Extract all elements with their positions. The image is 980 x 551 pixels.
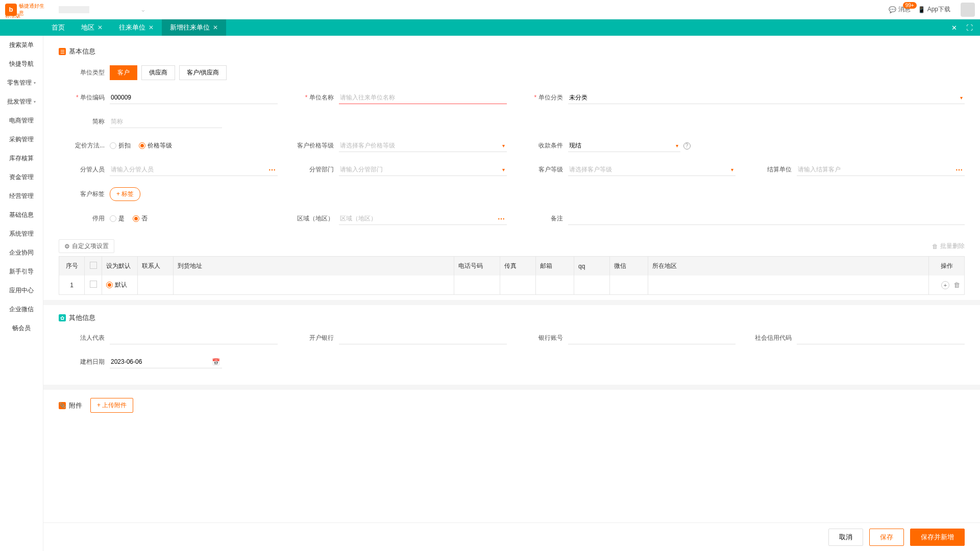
sidebar-item-15[interactable]: 畅会员 (0, 319, 43, 338)
short-name-input[interactable] (110, 115, 222, 128)
row-qq-cell[interactable] (574, 276, 610, 295)
row-email-cell[interactable] (536, 276, 574, 295)
customer-level-label: 客户等级 (517, 165, 568, 174)
messages-badge: 99+ (903, 2, 917, 9)
tab-0[interactable]: 首页 (43, 19, 73, 36)
row-fax-cell[interactable] (500, 276, 536, 295)
edition-label: 标准版 (5, 12, 20, 19)
checkbox-all[interactable] (90, 262, 97, 269)
row-checkbox[interactable] (90, 281, 97, 288)
social-credit-input[interactable] (797, 332, 965, 344)
unit-type-supplier[interactable]: 供应商 (141, 65, 175, 80)
create-date-label: 建档日期 (59, 358, 110, 366)
custom-settings-button[interactable]: ⚙ 自定义项设置 (59, 239, 114, 253)
col-region: 所在地区 (648, 257, 929, 276)
row-default-label: 默认 (115, 281, 127, 289)
payment-terms-select[interactable] (568, 139, 680, 152)
unit-type-both[interactable]: 客户/供应商 (179, 65, 227, 80)
table-row: 1 默认 (59, 276, 965, 295)
delete-row-icon[interactable]: 🗑 (953, 281, 960, 289)
avatar[interactable] (961, 3, 975, 17)
close-icon[interactable]: ✕ (97, 24, 103, 31)
row-contact-cell[interactable] (138, 276, 174, 295)
sidebar-item-10[interactable]: 系统管理 (0, 224, 43, 243)
upload-attachment-button[interactable]: + 上传附件 (90, 398, 133, 413)
row-region-cell[interactable] (648, 276, 929, 295)
disabled-yes-label: 是 (118, 214, 125, 223)
help-icon[interactable]: ? (683, 142, 691, 149)
sidebar-item-5[interactable]: 采购管理 (0, 130, 43, 149)
disabled-no-radio[interactable]: 否 (133, 214, 148, 223)
section-other-label: 其他信息 (69, 313, 95, 322)
settlement-unit-input[interactable] (797, 163, 965, 176)
disabled-yes-radio[interactable]: 是 (110, 214, 125, 223)
unit-category-select[interactable] (568, 91, 965, 104)
unit-code-input[interactable] (110, 91, 278, 104)
manager-input[interactable] (110, 163, 278, 176)
fullscreen-icon[interactable]: ⛶ (964, 22, 975, 34)
custom-settings-label: 自定义项设置 (72, 242, 109, 251)
tab-3[interactable]: 新增往来单位✕ (162, 19, 226, 36)
bank-input[interactable] (339, 332, 507, 344)
row-default-radio[interactable]: 默认 (106, 281, 133, 289)
tab-1[interactable]: 地区✕ (73, 19, 111, 36)
calendar-icon[interactable]: 📅 (212, 358, 220, 366)
sidebar-item-12[interactable]: 新手引导 (0, 262, 43, 281)
sidebar-item-2[interactable]: 零售管理▾ (0, 73, 43, 92)
customer-level-select[interactable] (568, 163, 736, 176)
app-download-button[interactable]: 📱 App下载 (918, 5, 950, 14)
col-operation: 操作 (929, 257, 965, 276)
unit-type-customer[interactable]: 客户 (110, 65, 137, 80)
sidebar-item-label: 畅会员 (12, 324, 31, 333)
unit-name-input[interactable] (339, 91, 507, 104)
add-tag-button[interactable]: + 标签 (110, 187, 140, 201)
add-row-icon[interactable]: + (941, 281, 949, 289)
sidebar-item-14[interactable]: 企业微信 (0, 300, 43, 319)
row-phone-cell[interactable] (454, 276, 500, 295)
remark-input[interactable] (568, 212, 965, 225)
sidebar-item-3[interactable]: 批发管理▾ (0, 92, 43, 111)
row-wechat-cell[interactable] (610, 276, 648, 295)
region-input[interactable] (339, 212, 507, 225)
section-basic-title: ☰ 基本信息 (59, 47, 965, 56)
col-phone: 电话号码 (454, 257, 500, 276)
legal-rep-input[interactable] (110, 332, 278, 344)
section-icon: ☰ (59, 48, 66, 55)
save-button[interactable]: 保存 (869, 529, 904, 546)
bank-account-input[interactable] (568, 332, 736, 344)
top-right: 💬 消息 99+ 📱 App下载 (889, 3, 975, 17)
messages-button[interactable]: 💬 消息 99+ (889, 5, 911, 14)
create-date-input[interactable] (110, 356, 222, 368)
sidebar-item-6[interactable]: 库存核算 (0, 149, 43, 168)
row-address-cell[interactable] (174, 276, 454, 295)
sidebar-item-4[interactable]: 电商管理 (0, 111, 43, 130)
tab-2[interactable]: 往来单位✕ (111, 19, 162, 36)
sidebar-item-label: 批发管理 (7, 97, 32, 106)
col-qq: qq (574, 257, 610, 276)
close-icon[interactable]: ✕ (213, 24, 218, 31)
legal-rep-label: 法人代表 (59, 334, 110, 342)
pricing-discount-radio[interactable]: 折扣 (110, 141, 131, 150)
sidebar-item-13[interactable]: 应用中心 (0, 281, 43, 300)
cancel-button[interactable]: 取消 (828, 529, 863, 546)
pricing-level-radio[interactable]: 价格等级 (139, 141, 172, 150)
save-and-new-button[interactable]: 保存并新增 (910, 529, 965, 546)
col-check (85, 257, 102, 276)
close-icon[interactable]: ✕ (149, 24, 154, 31)
batch-delete-button[interactable]: 🗑 批量删除 (932, 242, 965, 251)
sidebar-item-label: 新手引导 (9, 267, 34, 276)
sidebar-item-0[interactable]: 搜索菜单 (0, 36, 43, 55)
region-label: 区域（地区） (288, 214, 339, 223)
sidebar-item-9[interactable]: 基础信息 (0, 206, 43, 224)
sidebar-item-11[interactable]: 企业协同 (0, 243, 43, 262)
close-tab-icon[interactable]: ✕ (949, 22, 959, 34)
customer-price-level-select[interactable] (339, 139, 507, 152)
tab-label: 首页 (52, 23, 65, 32)
sidebar-item-1[interactable]: 快捷导航 (0, 55, 43, 73)
sidebar-item-7[interactable]: 资金管理 (0, 168, 43, 187)
company-selector[interactable]: ⌄ (59, 6, 146, 13)
tab-label: 往来单位 (119, 23, 145, 32)
sidebar-item-8[interactable]: 经营管理 (0, 187, 43, 206)
unit-type-group: 客户 供应商 客户/供应商 (110, 65, 965, 80)
dept-select[interactable] (339, 163, 507, 176)
